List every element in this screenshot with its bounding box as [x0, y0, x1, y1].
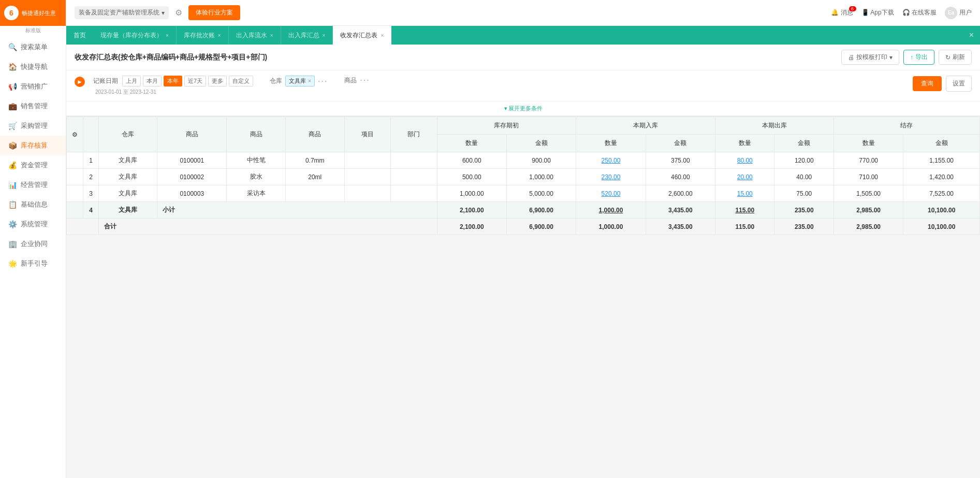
marketing-icon: 📢	[8, 82, 17, 91]
row-code: 0100001	[157, 152, 227, 169]
tab-close-icon[interactable]: ×	[270, 33, 273, 38]
sidebar-item-operations[interactable]: 📊 经营管理	[0, 175, 66, 195]
trial-button[interactable]: 体验行业方案	[188, 5, 240, 20]
online-service-link[interactable]: 🎧 在线客服	[902, 8, 937, 17]
filter-bar: ► 记账日期 上月 本月 本年 近7天 更多 自定义 2	[66, 70, 980, 117]
warehouse-more-icon[interactable]: ···	[318, 77, 328, 86]
subtotal-label: 小计	[157, 202, 437, 219]
sidebar-item-inventory[interactable]: 📦 库存核算	[0, 136, 66, 155]
row-dept	[391, 152, 437, 169]
refresh-button[interactable]: ↻ 刷新	[939, 50, 972, 65]
sidebar-item-quick-nav[interactable]: 🏠 快捷导航	[0, 57, 66, 77]
tab-close-icon[interactable]: ×	[323, 33, 326, 38]
row-out-qty[interactable]: 80.00	[715, 152, 774, 169]
chevron-down-icon: ▾	[889, 54, 893, 61]
tab-label: 首页	[74, 31, 86, 40]
subtotal-out-amt: 235.00	[774, 202, 833, 219]
row-opening-qty: 1,000.00	[437, 185, 506, 202]
date-label: 记账日期	[93, 77, 118, 85]
print-button[interactable]: 🖨 按模板打印 ▾	[841, 50, 899, 65]
row-out-qty[interactable]: 15.00	[715, 185, 774, 202]
row-in-qty[interactable]: 250.00	[576, 152, 646, 169]
row-in-qty[interactable]: 230.00	[576, 169, 646, 185]
sidebar: 6 畅捷通好生意 标准版 🔍 搜索菜单 🏠 快捷导航 📢 营销推广 💼 销售管理…	[0, 0, 66, 478]
sidebar-item-system[interactable]: ⚙️ 系统管理	[0, 214, 66, 234]
sidebar-item-label: 销售管理	[21, 102, 48, 111]
row-name: 胶水	[227, 169, 285, 185]
tab-inout-flow[interactable]: 出入库流水 ×	[229, 26, 281, 45]
row-spec	[285, 185, 344, 202]
sales-icon: 💼	[8, 102, 17, 110]
operations-icon: 📊	[8, 181, 17, 189]
th-dept: 部门	[391, 117, 437, 152]
th-out-qty: 数量	[715, 135, 774, 152]
table-row: 2 文具库 0100002 胶水 20ml 500.00 1,000.00 23…	[67, 169, 980, 185]
export-icon: ↑	[910, 54, 913, 61]
tab-close-icon[interactable]: ×	[381, 33, 384, 38]
settings-gear-icon[interactable]: ⚙	[175, 8, 182, 18]
row-gear	[67, 185, 83, 202]
filter-collapse-btn[interactable]: ►	[75, 77, 85, 87]
expand-conditions-btn[interactable]: ▾ 展开更多条件	[504, 105, 543, 112]
warehouse-tag-close-icon[interactable]: ×	[308, 78, 311, 84]
system-name[interactable]: 装备及固定资产辅助管理系统 ▾	[75, 6, 169, 19]
query-button[interactable]: 查询	[913, 76, 942, 91]
total-balance-amt: 10,100.00	[903, 219, 980, 235]
avatar: Ea	[945, 7, 957, 19]
total-opening-qty: 2,100.00	[437, 219, 506, 235]
export-button[interactable]: ↑ 导出	[903, 50, 934, 65]
sidebar-item-newbie[interactable]: 🌟 新手引导	[0, 254, 66, 273]
row-out-qty[interactable]: 20.00	[715, 169, 774, 185]
sidebar-item-label: 基础信息	[21, 200, 48, 209]
tab-inout-summary[interactable]: 出入库汇总 ×	[281, 26, 333, 45]
row-in-qty[interactable]: 520.00	[576, 185, 646, 202]
tab-recv-send-summary[interactable]: 收发存汇总表 ×	[333, 26, 391, 45]
sidebar-item-purchase[interactable]: 🛒 采购管理	[0, 116, 66, 136]
th-in-amt: 金额	[646, 135, 715, 152]
sidebar-item-marketing[interactable]: 📢 营销推广	[0, 77, 66, 96]
sidebar-item-base-info[interactable]: 📋 基础信息	[0, 195, 66, 214]
gear-icon[interactable]: ⚙	[72, 131, 78, 138]
goods-more-icon[interactable]: ···	[360, 76, 370, 85]
app-download-link[interactable]: 📱 App下载	[861, 8, 894, 17]
subtotal-balance-qty: 2,985.00	[833, 202, 903, 219]
tab-home[interactable]: 首页	[66, 26, 93, 45]
row-out-amt: 120.00	[774, 152, 833, 169]
th-out-group: 本期出库	[715, 117, 834, 135]
subtotal-out-qty: 115.00	[715, 202, 774, 219]
sidebar-item-finance[interactable]: 💰 资金管理	[0, 155, 66, 175]
row-dept	[391, 185, 437, 202]
tab-label: 现存量（库存分布表）	[100, 31, 163, 40]
total-in-amt: 3,435.00	[646, 219, 715, 235]
settings-button[interactable]: 设置	[946, 76, 972, 92]
tab-close-icon[interactable]: ×	[218, 33, 221, 38]
user-menu[interactable]: Ea 用户	[945, 7, 972, 19]
data-table: ⚙ 仓库 商品 商品 商品 项目 部门 库存期初 本期入库 本期出库 结存	[66, 117, 980, 235]
subtotal-balance-amt: 10,100.00	[903, 202, 980, 219]
notification-badge[interactable]: 🔔 6 消息	[831, 8, 853, 17]
row-spec: 20ml	[285, 169, 344, 185]
this-year-btn[interactable]: 本年	[164, 76, 182, 86]
tab-inventory-dist[interactable]: 现存量（库存分布表） ×	[93, 26, 177, 45]
purchase-icon: 🛒	[8, 122, 17, 130]
data-table-container: ⚙ 仓库 商品 商品 商品 项目 部门 库存期初 本期入库 本期出库 结存	[66, 117, 980, 235]
th-num	[83, 117, 99, 152]
tab-batch-ledger[interactable]: 库存批次账 ×	[177, 26, 229, 45]
last-7days-btn[interactable]: 近7天	[184, 76, 206, 86]
sidebar-item-sales[interactable]: 💼 销售管理	[0, 96, 66, 116]
more-date-btn[interactable]: 更多	[208, 76, 227, 86]
warehouse-tag-value: 文具库	[289, 77, 306, 85]
sidebar-item-enterprise[interactable]: 🏢 企业协同	[0, 234, 66, 254]
sidebar-item-search[interactable]: 🔍 搜索菜单	[0, 37, 66, 57]
tab-close-icon[interactable]: ×	[166, 33, 169, 38]
last-month-btn[interactable]: 上月	[122, 76, 141, 86]
th-gear: ⚙	[67, 117, 83, 152]
custom-date-btn[interactable]: 自定义	[229, 76, 253, 86]
tab-bar: 首页 现存量（库存分布表） × 库存批次账 × 出入库流水 × 出入库汇总 × …	[66, 26, 980, 45]
tab-label: 出入库流水	[236, 31, 267, 40]
notification-count: 6	[849, 6, 856, 11]
close-all-tabs-icon[interactable]: ×	[963, 31, 980, 40]
this-month-btn[interactable]: 本月	[143, 76, 162, 86]
th-opening-group: 库存期初	[437, 117, 576, 135]
total-balance-qty: 2,985.00	[833, 219, 903, 235]
